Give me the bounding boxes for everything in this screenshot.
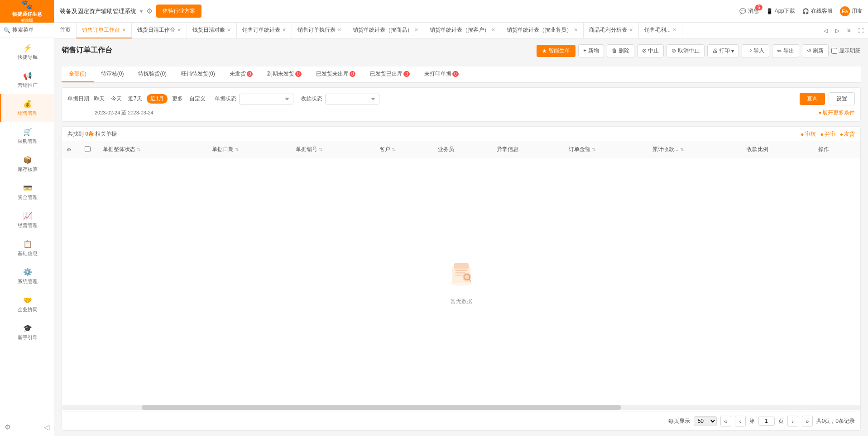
sort-number-icon[interactable]: ⇅: [319, 147, 322, 152]
user-item[interactable]: Ea 用友: [840, 6, 863, 16]
add-button[interactable]: + 新增: [578, 44, 604, 57]
tab-scroll-right[interactable]: ▷: [832, 25, 843, 36]
tab-sales-workbench[interactable]: 销售订单工作台 ✕: [77, 23, 132, 38]
app-download-item[interactable]: 📱 App下载: [766, 7, 795, 15]
show-detail-label[interactable]: 显示明细: [831, 47, 861, 55]
expand-conditions-button[interactable]: ▾ 展开更多条件: [819, 109, 855, 117]
query-button[interactable]: 查询: [800, 93, 825, 105]
stop-button[interactable]: ⊘ 中止: [637, 44, 664, 57]
settings-gear-icon[interactable]: ⚙: [146, 7, 153, 15]
last-page-button[interactable]: »: [802, 416, 813, 427]
date-opt-more[interactable]: 更多: [170, 94, 185, 104]
tab-sales-exec[interactable]: 销售订单执行表 ✕: [292, 23, 347, 38]
prev-page-button[interactable]: ‹: [735, 416, 746, 427]
smart-generate-button[interactable]: ★ 智能生单: [537, 45, 575, 57]
import-button[interactable]: ⇒ 导入: [742, 44, 769, 57]
col-settings[interactable]: ⚙: [62, 142, 80, 157]
tab-daily-clear[interactable]: 钱货日清工作台 ✕: [132, 23, 187, 38]
empty-state: 暂无数据: [62, 157, 860, 403]
sort-received-icon[interactable]: ⇅: [680, 147, 684, 152]
settings-icon[interactable]: ⚙: [5, 423, 11, 431]
sidebar-search[interactable]: 🔍 搜索菜单: [0, 23, 54, 38]
select-all-checkbox[interactable]: [85, 146, 91, 152]
sidebar-item-finance[interactable]: 💳 资金管理: [0, 178, 54, 206]
sidebar-item-guide[interactable]: 🎓 新手引导: [0, 318, 54, 346]
sort-status-icon[interactable]: ⇅: [137, 147, 140, 152]
status-select[interactable]: [239, 94, 293, 104]
tab-customer-stat[interactable]: 销货单统计表（按客户） ✕: [424, 23, 501, 38]
tab-sales-profit[interactable]: 销售毛利... ✕: [639, 23, 682, 38]
payment-select[interactable]: [325, 94, 379, 104]
sub-tab-all[interactable]: 全部(0): [62, 66, 94, 82]
date-opt-yesterday[interactable]: 昨天: [92, 94, 106, 104]
tab-goods-stat-close[interactable]: ✕: [414, 27, 418, 33]
date-opt-today[interactable]: 今天: [109, 94, 124, 104]
tabbar: 首页 销售订单工作台 ✕ 钱货日清工作台 ✕ 钱货日清对账 ✕ 销售订单统计表 …: [54, 23, 868, 39]
tab-daily-clear-close[interactable]: ✕: [177, 27, 181, 33]
batch-review-button[interactable]: ● 审核: [801, 130, 815, 138]
tab-customer-stat-close[interactable]: ✕: [491, 27, 495, 33]
delete-button[interactable]: 🗑 删除: [607, 44, 634, 57]
export-button[interactable]: ⇐ 导出: [772, 44, 799, 57]
tab-sales-stat-close[interactable]: ✕: [282, 27, 286, 33]
collapse-icon[interactable]: ◁: [44, 423, 49, 431]
tab-scroll-left[interactable]: ◁: [820, 25, 831, 36]
tab-maximize[interactable]: ⛶: [855, 25, 866, 36]
tab-home[interactable]: 首页: [54, 23, 77, 38]
batch-reject-button[interactable]: ● 弃审: [820, 130, 835, 138]
sort-amount-icon[interactable]: ⇅: [592, 147, 595, 152]
horizontal-scrollbar[interactable]: [62, 405, 860, 410]
online-service-item[interactable]: 🎧 在线客服: [802, 7, 833, 15]
tab-sales-stat[interactable]: 销售订单统计表 ✕: [237, 23, 292, 38]
cancel-stop-button[interactable]: ⊘ 取消中止: [667, 44, 704, 57]
page-input[interactable]: [758, 417, 775, 426]
tab-sales-exec-close[interactable]: ✕: [337, 27, 341, 33]
sidebar-item-sales[interactable]: 💰 销售管理: [0, 94, 54, 122]
sidebar-item-purchase[interactable]: 🛒 采购管理: [0, 122, 54, 150]
tab-profit-analysis[interactable]: 商品毛利分析表 ✕: [584, 23, 639, 38]
refresh-button[interactable]: ↺ 刷新: [802, 44, 829, 57]
date-opt-7days[interactable]: 近7天: [126, 94, 144, 104]
tab-reconcile[interactable]: 钱货日清对账 ✕: [187, 23, 237, 38]
sub-tab-pending-pick[interactable]: 待拣验货(0): [131, 66, 174, 82]
set-button[interactable]: 设置: [829, 92, 855, 105]
show-detail-checkbox[interactable]: [831, 48, 837, 54]
tab-sales-profit-close[interactable]: ✕: [672, 27, 676, 33]
tab-salesperson-stat-close[interactable]: ✕: [574, 27, 578, 33]
sub-tab-unprinted[interactable]: 未打印单据0: [417, 66, 466, 82]
sort-date-icon[interactable]: ⇅: [235, 147, 239, 152]
sub-tab-shipped-not-out[interactable]: 已发货未出库0: [309, 66, 363, 82]
tab-salesperson-stat[interactable]: 销货单统计表（按业务员） ✕: [501, 23, 584, 38]
sidebar-item-inventory[interactable]: 📦 库存核算: [0, 150, 54, 178]
page-size-select[interactable]: 50 20 100: [694, 416, 717, 426]
solution-button[interactable]: 体验行业方案: [156, 5, 201, 18]
batch-ship-button[interactable]: ● 发货: [840, 130, 855, 138]
scrollbar-thumb[interactable]: [142, 405, 621, 410]
tab-reconcile-close[interactable]: ✕: [227, 27, 231, 33]
sidebar-item-cooperation[interactable]: 🤝 企业协同: [0, 290, 54, 318]
sub-tab-overdue[interactable]: 到期未发货0: [260, 66, 309, 82]
sort-customer-icon[interactable]: ⇅: [392, 147, 395, 152]
sub-tab-wangpu[interactable]: 旺铺待发货(0): [174, 66, 222, 82]
tab-goods-stat[interactable]: 销货单统计表（按商品） ✕: [347, 23, 424, 38]
date-opt-1month[interactable]: 近1月: [147, 94, 168, 104]
print-button[interactable]: 🖨 打印 ▾: [707, 44, 739, 57]
sub-tab-unshipped[interactable]: 未发货0: [222, 66, 260, 82]
next-page-button[interactable]: ›: [787, 416, 798, 427]
date-opt-custom[interactable]: 自定义: [187, 94, 207, 104]
first-page-button[interactable]: «: [720, 416, 731, 427]
sidebar-item-basic-info[interactable]: 📋 基础信息: [0, 234, 54, 262]
message-item[interactable]: 💬 消息 6: [739, 7, 759, 15]
col-checkbox[interactable]: [80, 142, 98, 157]
main-area: 装备及固定资产辅助管理系统 ▾ ⚙ 体验行业方案 💬 消息 6 📱 App下载 …: [54, 0, 868, 436]
sidebar-item-operations[interactable]: 📈 经营管理: [0, 206, 54, 234]
sidebar-item-marketing[interactable]: 📢 营销推广: [0, 66, 54, 94]
sidebar-item-quick-nav[interactable]: ⚡ 快捷导航: [0, 38, 54, 66]
system-dropdown-icon[interactable]: ▾: [140, 8, 143, 14]
sidebar-item-system[interactable]: ⚙️ 系统管理: [0, 262, 54, 290]
sub-tab-pending-review[interactable]: 待审核(0): [94, 66, 131, 82]
sub-tab-shipped-out[interactable]: 已发货已出库0: [363, 66, 417, 82]
tab-profit-analysis-close[interactable]: ✕: [629, 27, 633, 33]
tab-sales-workbench-close[interactable]: ✕: [122, 27, 126, 33]
tab-close-all[interactable]: ✕: [844, 25, 854, 36]
